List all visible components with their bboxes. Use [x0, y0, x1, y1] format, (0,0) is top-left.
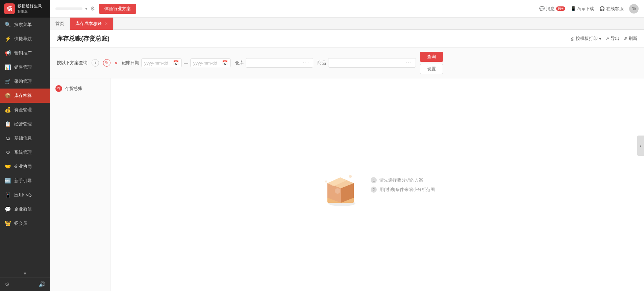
quick-nav-icon: ⚡: [5, 36, 11, 42]
sidebar-item-label-apps: 应用中心: [14, 192, 45, 198]
export-btn[interactable]: ↗ 导出: [605, 35, 619, 42]
page-content: 库存总账(存货总账) 🖨 按模板打印 ▾ ↗ 导出 ↺ 刷新 按以下方案查询: [50, 30, 644, 291]
industry-btn[interactable]: 体验行业方案: [99, 4, 136, 14]
svg-point-8: [325, 180, 327, 183]
warehouse-input[interactable]: ···: [246, 58, 313, 68]
topbar-gear-icon[interactable]: ⚙: [90, 5, 95, 12]
tab-inventory-ledger[interactable]: 库存成本总账 ✕: [70, 18, 114, 30]
sidebar-item-label-sales: 销售管理: [14, 64, 45, 70]
side-panel-item-inventory[interactable]: 存 存货总账: [50, 82, 110, 95]
sidebar-item-member[interactable]: 👑 畅会员: [0, 216, 50, 231]
sidebar-item-purchase[interactable]: 🛒 采购管理: [0, 74, 50, 89]
refresh-icon: ↺: [623, 36, 627, 41]
sidebar-item-inventory[interactable]: 📦 库存核算: [0, 89, 50, 103]
filter-collapse-btn[interactable]: «: [115, 60, 118, 66]
user-avatar[interactable]: Rit: [629, 4, 639, 14]
sidebar-item-quick-nav[interactable]: ⚡ 快捷导航: [0, 32, 50, 46]
sidebar-logo: 畅 畅捷通好生意 标准版: [0, 0, 50, 18]
goods-filter-field: 商品 ···: [317, 58, 416, 68]
logo-icon: 畅: [4, 3, 15, 14]
tab-home[interactable]: 首页: [50, 18, 70, 30]
svg-point-7: [349, 175, 352, 178]
sidebar-item-label-enterprise: 企业协同: [14, 164, 45, 170]
svg-point-6: [335, 188, 340, 194]
sidebar-item-operations[interactable]: 📋 经营管理: [0, 117, 50, 131]
date-label: 记账日期: [122, 60, 139, 66]
logo-text-block: 畅捷通好生意 标准版: [18, 4, 42, 14]
basic-icon: 🗂: [5, 136, 11, 141]
empty-hint-2: 2 用[过滤]条件来缩小分析范围: [371, 187, 435, 193]
refresh-btn[interactable]: ↺ 刷新: [623, 35, 637, 42]
goods-label: 商品: [317, 60, 326, 66]
sidebar-item-basic[interactable]: 🗂 基础信息: [0, 131, 50, 145]
topbar: ▾ ⚙ 体验行业方案 💬 消息 99+ 📱 App下载 🎧 在线客服 Rit: [50, 0, 644, 18]
sidebar-item-system[interactable]: ⚙ 系统管理: [0, 145, 50, 160]
app-download-label: App下载: [577, 6, 594, 12]
sidebar-footer: ⚙ 🔊: [0, 277, 50, 291]
date-end-input[interactable]: yyyy-mm-dd 📅: [190, 58, 231, 67]
sidebar-nav: 🔍 搜索菜单 ⚡ 快捷导航 📢 营销推广 📊 销售管理 🛒 采购管理 📦 库存核…: [0, 18, 50, 270]
page-actions: 🖨 按模板打印 ▾ ↗ 导出 ↺ 刷新: [570, 35, 637, 42]
right-panel-handle[interactable]: ›: [637, 136, 644, 156]
hint-num-1: 1: [371, 177, 377, 183]
sidebar-item-label-operations: 经营管理: [14, 121, 45, 127]
page-title: 库存总账(存货总账): [57, 34, 109, 43]
page-header: 库存总账(存货总账) 🖨 按模板打印 ▾ ↗ 导出 ↺ 刷新: [50, 30, 644, 48]
sidebar-item-apps[interactable]: 📱 应用中心: [0, 188, 50, 202]
print-dropdown-icon: ▾: [599, 36, 601, 41]
filter-bar: 按以下方案查询 + ✎ « 记账日期 yyyy-mm-dd 📅 — yyyy-m…: [50, 48, 644, 78]
print-label: 按模板打印: [576, 35, 598, 42]
sidebar-item-label-inventory: 库存核算: [14, 93, 45, 99]
sidebar-scroll-down[interactable]: ▼: [0, 270, 50, 277]
sidebar-item-search[interactable]: 🔍 搜索菜单: [0, 18, 50, 32]
main-content: 1 请先选择要分析的方案 2 用[过滤]条件来缩小分析范围: [111, 78, 644, 291]
tab-close-icon[interactable]: ✕: [104, 21, 108, 26]
sidebar-item-label-marketing: 营销推广: [14, 50, 45, 56]
sidebar-item-sales[interactable]: 📊 销售管理: [0, 60, 50, 74]
operations-icon: 📋: [5, 121, 11, 127]
sidebar-item-label-quick-nav: 快捷导航: [14, 36, 45, 42]
topbar-dropdown-icon[interactable]: ▾: [85, 6, 88, 11]
print-btn[interactable]: 🖨 按模板打印 ▾: [570, 35, 601, 42]
warehouse-label: 仓库: [235, 60, 244, 66]
goods-input[interactable]: ···: [328, 58, 416, 68]
warehouse-filter-field: 仓库 ···: [235, 58, 313, 68]
sidebar-item-enterprise[interactable]: 🤝 企业协同: [0, 160, 50, 174]
online-service-item[interactable]: 🎧 在线客服: [599, 6, 624, 12]
sidebar-item-label-finance: 资金管理: [14, 107, 45, 113]
filter-add-btn[interactable]: +: [92, 59, 99, 67]
warehouse-more-icon: ···: [303, 60, 309, 66]
query-btn[interactable]: 查询: [420, 52, 443, 62]
tab-inventory-ledger-label: 库存成本总账: [75, 21, 102, 27]
main-area: ▾ ⚙ 体验行业方案 💬 消息 99+ 📱 App下载 🎧 在线客服 Rit: [50, 0, 644, 291]
app-download-item[interactable]: 📱 App下载: [571, 6, 594, 12]
member-icon: 👑: [5, 220, 11, 226]
speaker-icon[interactable]: 🔊: [39, 281, 45, 288]
system-icon: ⚙: [5, 149, 11, 155]
date-start-input[interactable]: yyyy-mm-dd 📅: [141, 58, 182, 67]
tabbar: 首页 库存成本总账 ✕: [50, 18, 644, 30]
filter-edit-btn[interactable]: ✎: [103, 59, 110, 67]
topbar-left: ▾ ⚙ 体验行业方案: [55, 4, 539, 14]
inventory-icon: 📦: [5, 93, 11, 99]
sidebar-item-guide[interactable]: 🆕 新手引导: [0, 174, 50, 188]
sidebar-item-finance[interactable]: 💰 资金管理: [0, 103, 50, 117]
topbar-right: 💬 消息 99+ 📱 App下载 🎧 在线客服 Rit: [539, 4, 639, 14]
export-label: 导出: [611, 35, 619, 42]
settings-btn[interactable]: 设置: [420, 64, 443, 74]
sidebar-item-wechat[interactable]: 💬 企业微信: [0, 202, 50, 216]
sidebar-item-marketing[interactable]: 📢 营销推广: [0, 46, 50, 60]
settings-footer-icon[interactable]: ⚙: [5, 281, 9, 288]
app-badge: 标准版: [18, 9, 42, 14]
sidebar-item-label-basic: 基础信息: [14, 135, 45, 141]
inventory-ledger-label: 存货总账: [65, 86, 82, 92]
messages-badge: 99+: [556, 6, 565, 11]
messages-item[interactable]: 💬 消息 99+: [539, 6, 565, 12]
date-filter-field: 记账日期 yyyy-mm-dd 📅 — yyyy-mm-dd 📅: [122, 58, 231, 67]
inventory-ledger-icon: 存: [55, 85, 62, 92]
goods-more-icon: ···: [406, 60, 412, 66]
empty-hint-1: 1 请先选择要分析的方案: [371, 177, 435, 183]
sidebar-item-label-guide: 新手引导: [14, 178, 45, 184]
app-name: 畅捷通好生意: [18, 4, 42, 9]
filter-label: 按以下方案查询: [57, 60, 88, 66]
